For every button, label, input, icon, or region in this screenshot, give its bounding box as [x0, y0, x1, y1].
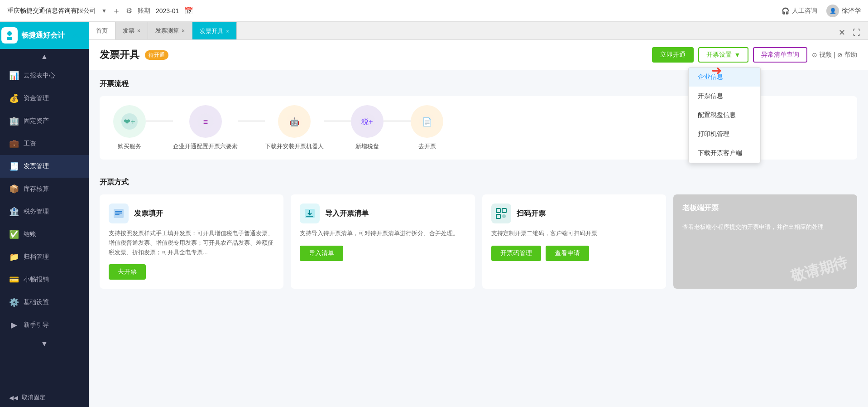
- settings-button[interactable]: 开票设置 ▼: [698, 47, 749, 63]
- tab-invoice-close[interactable]: ×: [137, 28, 140, 34]
- archive-icon: 📁: [9, 252, 19, 262]
- page-title: 发票开具: [100, 48, 139, 62]
- dropdown-item-download-client[interactable]: 下载开票客户端: [689, 144, 760, 163]
- consulting-button[interactable]: 🎧 人工咨询: [782, 7, 817, 15]
- tab-invoice-label: 发票: [123, 27, 134, 35]
- sidebar-item-capital[interactable]: 💰 资金管理: [0, 87, 89, 110]
- sidebar-item-tax[interactable]: 🏦 税务管理: [0, 200, 89, 223]
- step-divider-2: [238, 121, 265, 121]
- calendar-icon[interactable]: 📅: [184, 6, 193, 15]
- sidebar-item-invoice[interactable]: 🧾 发票管理: [0, 155, 89, 178]
- scan-view-button[interactable]: 查看申请: [546, 246, 589, 261]
- tab-invoice-calc-label: 发票测算: [155, 27, 179, 35]
- expense-icon: 💳: [9, 275, 19, 285]
- step-go-invoice: 📄 去开票: [411, 105, 443, 150]
- sidebar-item-cloud-report[interactable]: 📊 云报表中心: [0, 64, 89, 87]
- content-area: 首页 发票 × 发票测算 × 发票开具 × ✕ ⛶ 发票开具: [89, 22, 868, 407]
- sidebar-item-label: 税务管理: [24, 208, 49, 216]
- tab-invoice[interactable]: 发票 ×: [115, 22, 148, 39]
- method-card-fill-in-header: 发票填开: [109, 204, 274, 223]
- unpin-icon: ◀◀: [9, 394, 18, 401]
- sidebar-item-expense[interactable]: 💳 小畅报销: [0, 268, 89, 291]
- sidebar-item-label: 新手引导: [24, 321, 49, 329]
- svg-point-21: [502, 214, 506, 218]
- svg-text:税+: 税+: [361, 118, 373, 126]
- period-value: 2023-01: [156, 7, 179, 15]
- sidebar-item-guide[interactable]: ▶ 新手引导: [0, 314, 89, 336]
- import-title: 导入开票清单: [325, 209, 369, 218]
- svg-text:📄: 📄: [422, 117, 432, 127]
- user-name: 徐泽华: [842, 7, 861, 15]
- tab-invoice-open-close[interactable]: ×: [226, 28, 229, 34]
- tab-invoice-calc-close[interactable]: ×: [182, 28, 185, 34]
- tab-invoice-open[interactable]: 发票开具 ×: [192, 22, 237, 39]
- fixed-assets-icon: 🏢: [9, 116, 19, 126]
- video-label: 视频: [819, 51, 832, 59]
- dropdown-item-invoice-info[interactable]: 开票信息: [689, 87, 760, 106]
- top-bar: 重庆畅捷交通信息咨询有限公司 ▼ ＋ ⚙ 账期 2023-01 📅 🎧 人工咨询…: [0, 0, 868, 22]
- settings-button-label: 开票设置: [706, 51, 732, 59]
- scan-icon: [491, 204, 511, 223]
- activate-button[interactable]: 立即开通: [652, 47, 694, 63]
- sidebar-item-fixed-assets[interactable]: 🏢 固定资产: [0, 110, 89, 132]
- svg-text:❤+: ❤+: [124, 117, 135, 126]
- sidebar-scroll-down[interactable]: ▼: [0, 336, 89, 352]
- add-company-button[interactable]: ＋: [112, 5, 120, 16]
- page-header-actions: 立即开通 开票设置 ▼ 异常清单查询 ⊙ 视频 | ⊘ 帮助: [652, 47, 858, 63]
- method-card-scan-header: 扫码开票: [491, 204, 657, 223]
- fill-in-go-button[interactable]: 去开票: [109, 264, 146, 280]
- video-button[interactable]: ⊙ 视频 | ⊘ 帮助: [812, 51, 857, 59]
- sidebar-item-label: 库存核算: [24, 185, 49, 193]
- dropdown-item-company-info[interactable]: 企业信息: [689, 68, 760, 87]
- help-label: 帮助: [844, 51, 857, 59]
- logo-text: 畅捷通好会计: [21, 31, 65, 40]
- methods-section: 开票方式: [89, 169, 868, 298]
- abnormal-list-button[interactable]: 异常清单查询: [753, 47, 807, 63]
- svg-text:≡: ≡: [203, 117, 208, 126]
- tab-close-all-button[interactable]: ✕: [837, 26, 847, 39]
- play-icon: ⊙: [812, 51, 817, 58]
- settings-gear-icon[interactable]: ⚙: [126, 6, 132, 15]
- main-layout: 畅捷通好会计 旗舰版 ▲ 📊 云报表中心 💰 资金管理 🏢 固定资产 💼 工资 …: [0, 22, 868, 407]
- page-header: 发票开具 待开通 立即开通 开票设置 ▼ 异常清单查询 ⊙ 视频 | ⊘ 帮助: [89, 40, 868, 70]
- import-go-button[interactable]: 导入清单: [300, 246, 343, 261]
- tab-expand-button[interactable]: ⛶: [851, 26, 863, 39]
- scan-manage-button[interactable]: 开票码管理: [491, 246, 541, 261]
- sidebar-item-reconcile[interactable]: ✅ 结账: [0, 223, 89, 246]
- sidebar-bottom-label: 取消固定: [22, 393, 45, 402]
- dropdown-arrow-icon[interactable]: ▼: [101, 8, 107, 14]
- capital-icon: 💰: [9, 93, 19, 103]
- svg-rect-15: [115, 214, 120, 215]
- sidebar-item-label: 工资: [24, 140, 36, 148]
- tabs-bar: 首页 发票 × 发票测算 × 发票开具 × ✕ ⛶: [89, 22, 868, 40]
- step-buy-service: ❤+ 购买服务: [113, 105, 146, 150]
- dropdown-item-tax-config[interactable]: 配置税盘信息: [689, 106, 760, 125]
- method-cards: 发票填开 支持按照发票样式手工填开发票；可开具增值税电子普通发票、增值税普通发票…: [100, 194, 857, 289]
- sidebar-scroll-up[interactable]: ▲: [0, 49, 89, 64]
- dropdown-item-label: 下载开票客户端: [698, 149, 742, 156]
- sidebar-item-settings[interactable]: ⚙️ 基础设置: [0, 291, 89, 314]
- sidebar-item-inventory[interactable]: 📦 库存核算: [0, 178, 89, 200]
- import-desc: 支持导入待开票清单，可对待开票清单进行拆分、合并处理。: [300, 229, 465, 238]
- boss-desc: 查看老板端小程序提交的开票申请，并作出相应的处理: [682, 222, 848, 232]
- method-card-import-header: 导入开票清单: [300, 204, 465, 223]
- buy-service-label: 购买服务: [118, 142, 141, 150]
- invoice-icon: 🧾: [9, 161, 19, 171]
- download-robot-icon: 🤖: [278, 105, 311, 138]
- question-icon: ⊘: [837, 51, 843, 58]
- settings-icon: ⚙️: [9, 297, 19, 307]
- sidebar-item-archive[interactable]: 📁 归档管理: [0, 246, 89, 268]
- tax-icon: 🏦: [9, 207, 19, 217]
- tab-home[interactable]: 首页: [89, 22, 115, 39]
- sidebar-item-label: 小畅报销: [24, 276, 49, 284]
- tab-invoice-calc[interactable]: 发票测算 ×: [148, 22, 192, 39]
- step-divider-3: [324, 121, 351, 121]
- top-bar-right: 🎧 人工咨询 👤 徐泽华: [782, 5, 861, 17]
- settings-dropdown: 企业信息 开票信息 配置税盘信息 打印机管理 下载开票客户端: [688, 67, 761, 163]
- dropdown-item-printer[interactable]: 打印机管理: [689, 125, 760, 144]
- fill-in-title: 发票填开: [134, 209, 163, 218]
- sidebar-item-salary[interactable]: 💼 工资: [0, 132, 89, 155]
- user-info-button[interactable]: 👤 徐泽华: [826, 5, 861, 17]
- sidebar-unpin-button[interactable]: ◀◀ 取消固定: [0, 388, 89, 407]
- company-name[interactable]: 重庆畅捷交通信息咨询有限公司: [7, 7, 96, 15]
